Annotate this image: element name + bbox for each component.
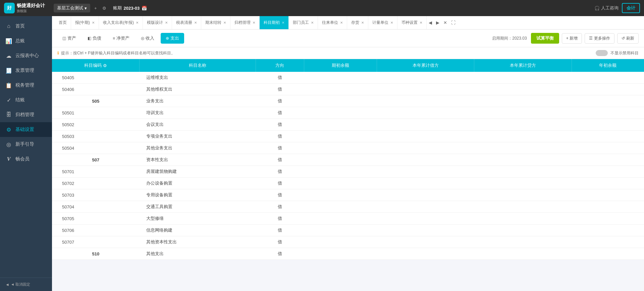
cell-direction: 借	[256, 154, 304, 166]
sidebar-item-settings[interactable]: ⚙ 基础设置	[0, 122, 52, 137]
cat-tab-asset[interactable]: ◫ 资产	[57, 33, 81, 44]
tab-dept-employee[interactable]: 部门员工 ✕	[289, 16, 318, 30]
tab-report-mid[interactable]: 报(中期) ✕	[71, 16, 99, 30]
table-row[interactable]: 510其他支出借	[52, 248, 644, 260]
tab-currency[interactable]: 币种设置 ✕	[397, 16, 427, 30]
cell-year-initial	[572, 201, 644, 213]
tab-label-inventory: 存货	[351, 20, 359, 26]
tab-period-transfer[interactable]: 期末结转 ✕	[201, 16, 230, 30]
tab-template[interactable]: 模版设计 ✕	[143, 16, 172, 30]
sidebar-item-tax[interactable]: 📋 税务管理	[0, 78, 52, 93]
cell-ytd-credit	[474, 119, 572, 131]
cell-initial-balance	[304, 154, 377, 166]
account-button[interactable]: 会计	[622, 3, 640, 13]
cell-code: 50702	[52, 178, 140, 189]
tab-unit[interactable]: 计量单位 ✕	[368, 16, 397, 30]
cell-name: 其他维权支出	[140, 84, 256, 95]
period-info: 账期 2023-03 📅	[113, 5, 147, 11]
cell-year-initial	[572, 95, 644, 107]
table-row[interactable]: 50405运维维支出借	[52, 72, 644, 84]
table-row[interactable]: 50504其他业务支出借	[52, 142, 644, 154]
cell-name: 资本性支出	[140, 154, 256, 166]
cell-ytd-credit	[474, 178, 572, 189]
tab-nav-left[interactable]: ◀	[427, 19, 434, 27]
table-row[interactable]: 507资本性支出借	[52, 154, 644, 166]
table-row[interactable]: 50701房屋建筑物购建借	[52, 166, 644, 178]
sidebar-item-checkout[interactable]: ✓ 结账	[0, 93, 52, 107]
cell-year-initial	[572, 166, 644, 178]
project-selector[interactable]: 基层工会测试 ▾	[54, 4, 90, 12]
tab-close-partners[interactable]: ✕	[340, 21, 343, 25]
sidebar-item-invoice[interactable]: 🧾 发票管理	[0, 63, 52, 78]
tab-subject-initial[interactable]: 科目期初 ✕	[260, 16, 289, 30]
table-row[interactable]: 50707其他资本性支出借	[52, 236, 644, 248]
tab-income-annual[interactable]: 收入支出表(年报) ✕	[99, 16, 143, 30]
tab-close-dept-employee[interactable]: ✕	[311, 21, 314, 25]
table-row[interactable]: 505业务支出借	[52, 95, 644, 107]
cat-tab-income[interactable]: ◎ 收入	[136, 33, 159, 44]
tab-close-filing[interactable]: ✕	[253, 21, 255, 25]
tab-close-all[interactable]: ✕	[441, 19, 449, 27]
table-row[interactable]: 50702办公设备购置借	[52, 178, 644, 189]
sidebar-label-settings: 基础设置	[15, 127, 34, 133]
calendar-icon[interactable]: 📅	[142, 6, 147, 11]
cell-direction: 借	[256, 201, 304, 213]
tab-close-period-transfer[interactable]: ✕	[223, 21, 226, 25]
cat-tab-expense[interactable]: ⊕ 支出	[161, 33, 184, 44]
sidebar-item-home[interactable]: ⌂ 首页	[0, 19, 52, 34]
calc-balance-button[interactable]: 试算平衡	[531, 33, 559, 44]
table-row[interactable]: 50706信息网络购建借	[52, 225, 644, 236]
cell-initial-balance	[304, 95, 377, 107]
tab-close-report-mid[interactable]: ✕	[92, 21, 95, 25]
sidebar-item-archive[interactable]: 🗄 归档管理	[0, 107, 52, 122]
cell-ytd-credit	[474, 225, 572, 236]
cat-tab-label-liability: 负债	[93, 35, 101, 41]
table-row[interactable]: 50705大型修缮借	[52, 213, 644, 225]
tab-close-tax-table[interactable]: ✕	[194, 21, 197, 25]
period-display: 启用期间：2023.03	[492, 36, 527, 41]
tab-label-income-annual: 收入支出表(年报)	[103, 20, 134, 26]
add-button[interactable]: + 新增	[562, 33, 582, 44]
add-project-icon[interactable]: +	[93, 6, 98, 11]
sidebar-footer[interactable]: ◄ ◄ 取消固定	[0, 278, 52, 291]
tab-expand[interactable]: ⛶	[449, 19, 458, 27]
sidebar-item-cloud-report[interactable]: ☁ 云报表中心	[0, 48, 52, 63]
more-button[interactable]: ☰ 更多操作	[585, 33, 614, 44]
tab-close-template[interactable]: ✕	[165, 21, 168, 25]
table-row[interactable]: 50406其他维权支出借	[52, 84, 644, 95]
tab-partners[interactable]: 往来单位 ✕	[318, 16, 347, 30]
cat-tab-netasset[interactable]: ≡ 净资产	[108, 33, 135, 44]
tab-filing[interactable]: 归档管理 ✕	[230, 16, 260, 30]
col-settings-icon[interactable]: ⚙	[103, 63, 107, 68]
sidebar-label-tax: 税务管理	[15, 82, 34, 88]
action-buttons: 试算平衡 + 新增 ☰ 更多操作 ↺ 刷新	[531, 33, 639, 44]
tab-tax-table[interactable]: 税表清册 ✕	[172, 16, 201, 30]
toggle-disabled-subjects[interactable]	[596, 50, 608, 56]
tab-inventory[interactable]: 存货 ✕	[347, 16, 368, 30]
cat-tab-liability[interactable]: ◧ 负债	[83, 33, 106, 44]
table-row[interactable]: 50502会议支出借	[52, 119, 644, 131]
tab-close-unit[interactable]: ✕	[390, 21, 393, 25]
tab-nav-right[interactable]: ▶	[434, 19, 441, 27]
table-row[interactable]: 50704交通工具购置借	[52, 201, 644, 213]
tab-label-home: 首页	[59, 20, 67, 26]
cell-code: 50406	[52, 84, 140, 95]
tab-close-subject-initial[interactable]: ✕	[282, 21, 284, 25]
table-row[interactable]: 50501培训支出借	[52, 107, 644, 119]
sidebar-item-guide[interactable]: ◎ 新手引导	[0, 137, 52, 152]
cell-ytd-credit	[474, 236, 572, 248]
tab-close-currency[interactable]: ✕	[420, 21, 422, 25]
tab-label-dept-employee: 部门员工	[293, 20, 309, 26]
tab-home[interactable]: 首页	[55, 16, 71, 30]
tab-close-inventory[interactable]: ✕	[361, 21, 364, 25]
cell-code: 50504	[52, 142, 140, 154]
settings-icon[interactable]: ⚙	[101, 6, 108, 11]
refresh-button[interactable]: ↺ 刷新	[617, 33, 639, 44]
cell-ytd-debit	[377, 201, 474, 213]
sidebar-item-member[interactable]: V 畅会员	[0, 152, 52, 166]
service-button[interactable]: 🎧 人工咨询	[594, 5, 619, 11]
sidebar-item-ledger[interactable]: 📊 总账	[0, 34, 52, 48]
table-row[interactable]: 50503专项业务支出借	[52, 131, 644, 142]
tab-close-income-annual[interactable]: ✕	[136, 21, 139, 25]
table-row[interactable]: 50703专用设备购置借	[52, 189, 644, 201]
